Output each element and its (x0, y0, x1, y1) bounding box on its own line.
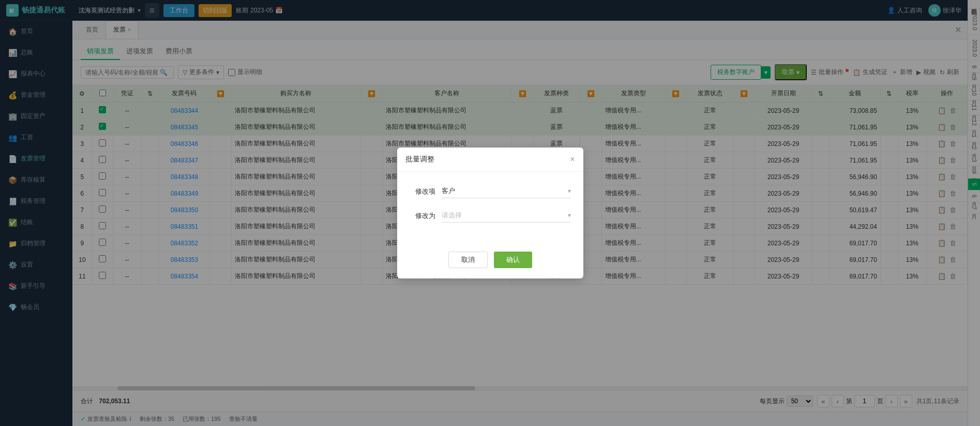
modify-field-value: 客户 (442, 186, 455, 196)
modify-field-dropdown-icon: ▾ (568, 187, 571, 195)
modal-header: 批量调整 × (397, 148, 583, 172)
modal-close-btn[interactable]: × (570, 155, 575, 164)
modify-field-label: 修改项 (410, 187, 435, 196)
modify-value-select[interactable]: 请选择 ▾ (442, 209, 571, 223)
modify-field-row: 修改项 客户 ▾ (410, 184, 571, 198)
confirm-btn[interactable]: 确认 (494, 252, 532, 268)
modal-body: 修改项 客户 ▾ 修改为 请选择 ▾ (397, 172, 583, 245)
modify-value-row: 修改为 请选择 ▾ (410, 209, 571, 223)
modify-value-placeholder: 请选择 (442, 211, 462, 220)
modal-overlay[interactable]: 批量调整 × 修改项 客户 ▾ 修改为 请选择 ▾ 取消 确认 (0, 0, 980, 426)
batch-adjust-modal: 批量调整 × 修改项 客户 ▾ 修改为 请选择 ▾ 取消 确认 (397, 148, 583, 278)
modal-footer: 取消 确认 (397, 245, 583, 278)
modify-field-select[interactable]: 客户 ▾ (442, 184, 571, 198)
modal-title: 批量调整 (405, 155, 434, 164)
modify-value-dropdown-icon: ▾ (568, 212, 571, 219)
modify-value-label: 修改为 (410, 211, 435, 221)
cancel-btn[interactable]: 取消 (448, 252, 488, 268)
